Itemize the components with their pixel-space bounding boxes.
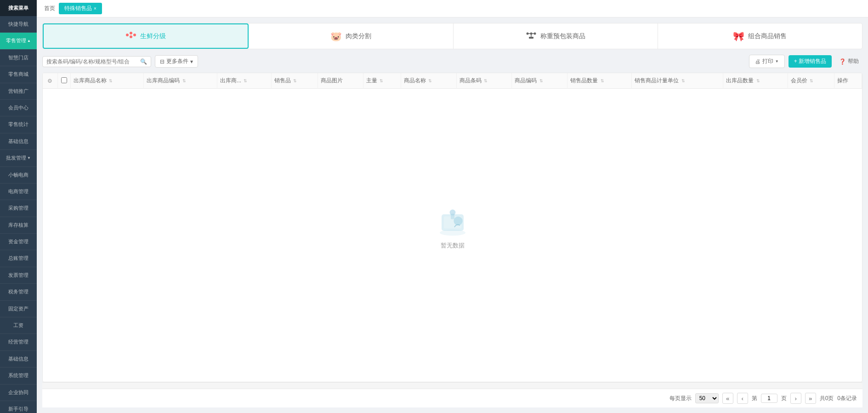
- page-label: 第: [752, 395, 757, 402]
- search-box[interactable]: 🔍: [42, 56, 151, 67]
- sidebar-item-smart-store[interactable]: 智慧门店: [0, 50, 37, 66]
- sidebar-item-label: 税务管理: [8, 288, 28, 295]
- th-goods-name[interactable]: 商品名称 ⇅: [401, 73, 456, 89]
- th-checkbox[interactable]: [57, 73, 70, 89]
- sort-icon: ⇅: [182, 79, 186, 83]
- page-number-input[interactable]: [761, 394, 777, 403]
- svg-rect-9: [529, 37, 533, 39]
- search-input[interactable]: [46, 58, 138, 65]
- select-all-checkbox[interactable]: [61, 77, 67, 83]
- topbar-home[interactable]: 首页: [44, 5, 55, 12]
- sidebar-item-wholesale-mgmt[interactable]: 批发管理 ▼: [0, 150, 37, 166]
- empty-illustration: [434, 206, 471, 238]
- sidebar-item-new-guide[interactable]: 新手引导: [0, 401, 37, 413]
- th-sales-unit[interactable]: 销售商品计量单位 ⇅: [632, 73, 723, 89]
- sidebar-item-label: 基础信息: [8, 356, 28, 362]
- sort-icon: ⇅: [601, 79, 604, 83]
- th-label: 出库商...: [220, 77, 241, 84]
- sidebar-item-retail-mgmt[interactable]: 零售管理 ▲: [0, 33, 37, 49]
- sidebar-item-label: 企业协同: [8, 389, 28, 396]
- th-goods-code[interactable]: 商品编码 ⇅: [512, 73, 567, 89]
- sort-icon: ⇅: [756, 79, 760, 83]
- cat-tab-combo-sale[interactable]: 🎀 组合商品销售: [658, 23, 862, 49]
- filter-label: 更多条件: [166, 57, 188, 65]
- help-button[interactable]: ❓ 帮助: [835, 55, 862, 68]
- sidebar-item-quick-nav[interactable]: 快捷导航: [0, 16, 37, 33]
- sidebar-item-salary[interactable]: 工资: [0, 317, 37, 334]
- cat-tab-weigh-prepack[interactable]: 称重预包装商品: [454, 23, 658, 49]
- sidebar-item-fund-mgmt[interactable]: 资金管理: [0, 234, 37, 250]
- sidebar-item-retail-stats[interactable]: 零售统计: [0, 116, 37, 133]
- sidebar-item-label: 总账管理: [8, 255, 28, 262]
- sidebar-item-invoice-mgmt[interactable]: 发票管理: [0, 267, 37, 284]
- sidebar-item-label: 系统管理: [8, 372, 28, 379]
- toolbar-left: 🔍 ⊟ 更多条件 ▾: [42, 55, 198, 68]
- sidebar-item-inventory-check[interactable]: 库存核算: [0, 217, 37, 234]
- th-sales-qty[interactable]: 销售品数量 ⇅: [567, 73, 632, 89]
- meat-cut-icon: 🐷: [330, 31, 342, 42]
- sidebar-item-retail-mall[interactable]: 零售商城: [0, 66, 37, 83]
- th-out-goods-code[interactable]: 出库商品编码 ⇅: [144, 73, 217, 89]
- sort-icon: ⇅: [380, 79, 383, 83]
- combo-sale-icon: 🎀: [733, 31, 744, 42]
- sort-icon: ⇅: [109, 79, 113, 83]
- sidebar-item-label: 新手引导: [8, 406, 28, 413]
- th-label: 操作: [837, 77, 848, 84]
- sidebar-item-tax-mgmt[interactable]: 税务管理: [0, 284, 37, 300]
- sidebar-logo[interactable]: 搜索菜单: [0, 0, 37, 16]
- sidebar-item-ecommerce-mgmt[interactable]: 电商管理: [0, 184, 37, 200]
- prev-page-button[interactable]: ‹: [737, 393, 748, 404]
- th-label: 商品名称: [404, 77, 426, 84]
- th-member-price[interactable]: 会员价 ⇅: [788, 73, 834, 89]
- svg-point-3: [130, 35, 132, 38]
- sidebar-item-fixed-assets[interactable]: 固定资产: [0, 301, 37, 317]
- th-out-qty[interactable]: 出库品数量 ⇅: [723, 73, 788, 89]
- th-gear[interactable]: ⚙: [43, 73, 57, 89]
- sidebar-item-purchase-mgmt[interactable]: 采购管理: [0, 200, 37, 217]
- th-weight[interactable]: 主量 ⇅: [363, 73, 401, 89]
- sidebar-item-label: 零售统计: [8, 121, 28, 128]
- topbar-tab-close[interactable]: ×: [94, 6, 96, 11]
- table-header-row: ⚙ 出库商品名称 ⇅ 出库商品编码 ⇅: [43, 73, 862, 89]
- cat-tab-fresh-grade[interactable]: 生鲜分级: [43, 23, 249, 49]
- sort-icon: ⇅: [428, 79, 432, 83]
- content-area: 生鲜分级 🐷 肉类分割 称重预包装商品 🎀 组合商品销售: [37, 17, 868, 413]
- th-label: 商品编码: [515, 77, 537, 84]
- sidebar-item-basic-info[interactable]: 基础信息: [0, 133, 37, 150]
- th-goods-barcode[interactable]: 商品条码 ⇅: [456, 73, 512, 89]
- next-page-button[interactable]: ›: [790, 393, 801, 404]
- filter-button[interactable]: ⊟ 更多条件 ▾: [155, 55, 198, 68]
- print-button[interactable]: 🖨 打印 ▼: [749, 55, 785, 68]
- th-out-goods-x[interactable]: 出库商... ⇅: [217, 73, 272, 89]
- cat-tab-meat-cut[interactable]: 🐷 肉类分割: [249, 23, 453, 49]
- th-out-goods-name[interactable]: 出库商品名称 ⇅: [70, 73, 144, 89]
- last-page-button[interactable]: »: [805, 393, 816, 404]
- sidebar-expand-icon: ▲: [27, 38, 31, 43]
- toolbar: 🔍 ⊟ 更多条件 ▾ 🖨 打印 ▼ + 新增销售品 ❓: [42, 55, 862, 68]
- sort-icon: ⇅: [244, 79, 247, 83]
- svg-point-2: [133, 34, 136, 36]
- empty-text: 暂无数据: [441, 241, 465, 250]
- filter-arrow-icon: ▾: [190, 58, 193, 65]
- sidebar-item-label: 固定资产: [8, 305, 28, 312]
- th-label: 出库品数量: [726, 77, 754, 84]
- sidebar-item-label: 采购管理: [8, 205, 28, 212]
- per-page-select[interactable]: 50 10 20 100: [695, 393, 719, 403]
- sort-icon: ⇅: [539, 79, 543, 83]
- add-sales-item-button[interactable]: + 新增销售品: [789, 55, 832, 68]
- first-page-button[interactable]: «: [722, 393, 733, 404]
- sidebar-item-sales-promo[interactable]: 营销推广: [0, 83, 37, 100]
- sidebar-item-general-ledger[interactable]: 总账管理: [0, 250, 37, 267]
- horizontal-scrollbar[interactable]: [42, 382, 862, 389]
- sidebar-item-label: 快捷导航: [8, 21, 28, 28]
- sidebar-item-enterprise-coop[interactable]: 企业协同: [0, 384, 37, 401]
- topbar-active-tab[interactable]: 特殊销售品 ×: [59, 3, 102, 14]
- th-sales-goods[interactable]: 销售品 ⇅: [271, 73, 318, 89]
- sidebar-item-member-center[interactable]: 会员中心: [0, 100, 37, 116]
- sidebar-item-small-shop[interactable]: 小畅电商: [0, 167, 37, 184]
- sidebar-item-ops-mgmt[interactable]: 经营管理: [0, 334, 37, 350]
- sidebar-item-sys-mgmt[interactable]: 系统管理: [0, 367, 37, 384]
- print-label: 打印: [762, 57, 773, 65]
- sidebar-item-basic-info2[interactable]: 基础信息: [0, 351, 37, 367]
- th-label: 销售品: [274, 77, 291, 84]
